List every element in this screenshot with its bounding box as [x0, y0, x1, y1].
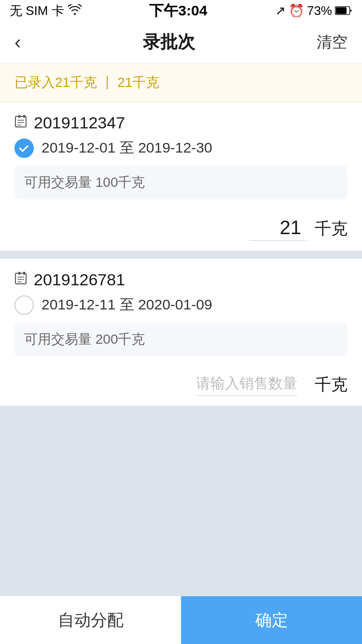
batch2-quantity-row: 请输入销售数量 千克 — [0, 364, 362, 406]
batch1-icon — [14, 114, 29, 131]
batch2-quantity-input-wrapper[interactable]: 请输入销售数量 — [196, 374, 297, 396]
batch1-date: 2019-12-01 至 2019-12-30 — [42, 138, 212, 158]
status-bar-time: 下午3:04 — [149, 1, 207, 21]
batch1-radio[interactable] — [14, 139, 34, 158]
batch2-radio[interactable] — [14, 295, 34, 315]
batch1-available: 可用交易量 100千克 — [24, 175, 145, 190]
batch1-available-box: 可用交易量 100千克 — [14, 166, 348, 199]
batch1-quantity-value: 21 — [280, 217, 302, 238]
wifi-icon — [68, 3, 82, 18]
no-sim-text: 无 SIM 卡 — [10, 2, 64, 19]
batch2-id: 2019126781 — [34, 270, 125, 289]
batch2-date-row[interactable]: 2019-12-11 至 2020-01-09 — [14, 295, 348, 315]
batch1-quantity-input[interactable]: 21 — [249, 217, 307, 241]
total-amount: 21千克 — [117, 73, 159, 92]
svg-rect-1 — [336, 7, 347, 14]
batch2-icon — [14, 271, 29, 288]
batch-item-2: 2019126781 2019-12-11 至 2020-01-09 可用交易量… — [0, 259, 362, 406]
recorded-amount: 已录入21千克 — [14, 73, 97, 92]
battery-icon — [335, 3, 352, 18]
clear-button[interactable]: 清空 — [317, 32, 348, 53]
batch-item-1: 2019112347 2019-12-01 至 2019-12-30 可用交易量… — [0, 102, 362, 251]
gray-background-area — [0, 406, 362, 599]
batch2-id-row: 2019126781 — [14, 270, 348, 289]
page-title: 录批次 — [143, 30, 195, 54]
info-bar: 已录入21千克 21千克 — [0, 64, 362, 102]
alarm-icon: ⏰ — [289, 3, 304, 18]
batch1-unit: 千克 — [315, 218, 348, 240]
status-bar-right: ↗ ⏰ 73% — [275, 3, 352, 18]
batch2-unit: 千克 — [315, 374, 348, 396]
location-icon: ↗ — [275, 3, 286, 18]
nav-bar: ‹ 录批次 清空 — [0, 21, 362, 64]
batch1-id-row: 2019112347 — [14, 113, 348, 132]
confirm-button[interactable]: 确定 — [181, 596, 362, 644]
status-bar-left: 无 SIM 卡 — [10, 2, 82, 19]
status-bar: 无 SIM 卡 下午3:04 ↗ ⏰ 73% — [0, 0, 362, 21]
section-divider-1 — [0, 251, 362, 259]
batch2-available-box: 可用交易量 200千克 — [14, 322, 348, 356]
bottom-bar: 自动分配 确定 — [0, 596, 362, 644]
batch2-quantity-placeholder: 请输入销售数量 — [196, 375, 297, 391]
batch1-id: 2019112347 — [34, 113, 125, 132]
back-button[interactable]: ‹ — [14, 31, 21, 53]
svg-rect-9 — [18, 272, 20, 275]
svg-rect-10 — [23, 272, 25, 275]
batch2-date: 2019-12-11 至 2020-01-09 — [42, 295, 212, 315]
battery-text: 73% — [307, 3, 332, 18]
batch1-date-row[interactable]: 2019-12-01 至 2019-12-30 — [14, 138, 348, 158]
svg-rect-3 — [18, 115, 20, 118]
batch2-available: 可用交易量 200千克 — [24, 332, 145, 347]
batch1-quantity-row: 21 千克 — [0, 207, 362, 251]
svg-rect-4 — [23, 115, 25, 118]
auto-distribute-button[interactable]: 自动分配 — [0, 596, 181, 644]
info-divider — [107, 76, 108, 89]
